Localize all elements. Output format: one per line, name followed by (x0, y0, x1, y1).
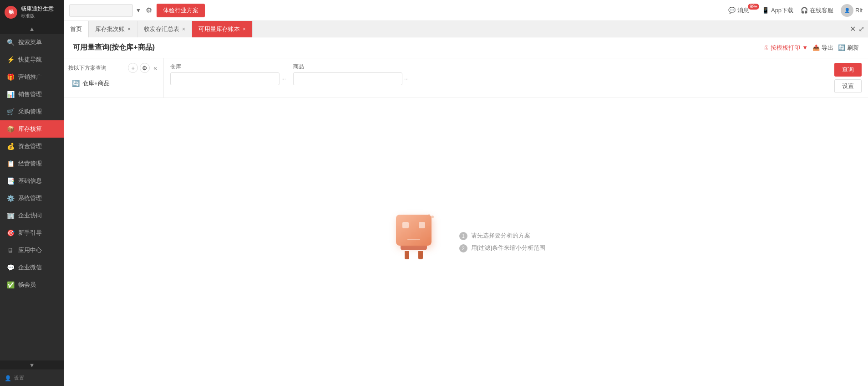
tab-available[interactable]: 可用量库存账本 × (192, 21, 253, 37)
sidebar-user-bottom[interactable]: 👤 设置 (0, 370, 64, 386)
user-initials: 👤 (844, 8, 850, 13)
purchase-icon: 🛒 (6, 108, 15, 115)
settings-button[interactable]: 设置 (834, 79, 862, 93)
scheme-label: 仓库+商品 (82, 79, 110, 87)
wechat-icon: 💬 (6, 264, 15, 271)
tab-available-close[interactable]: × (243, 26, 246, 32)
service-icon: 🎧 (801, 7, 808, 14)
refresh-icon: 🔄 (838, 44, 845, 51)
topbar: ▼ ⚙ 体验行业方案 💬 消息 99+ 📱 App下载 🎧 在线客服 👤 (64, 0, 868, 21)
user-name-bottom: 设置 (14, 375, 24, 381)
sidebar-item-finance[interactable]: 💰 资金管理 (0, 138, 64, 155)
inventory-icon: 📦 (6, 125, 15, 133)
filter-warehouse-input-wrap: ··· (170, 72, 286, 85)
tip-num-2: 2 (459, 244, 467, 252)
template-print-button[interactable]: 🖨 按模板打印 ▼ (763, 44, 808, 52)
query-area: 按以下方案查询 + ⚙ « 🔄 仓库+商品 仓库 ··· (64, 58, 868, 98)
app-download-button[interactable]: 📱 App下载 (762, 6, 793, 15)
sidebar-item-member[interactable]: ✅ 畅会员 (0, 276, 64, 293)
tab-batch-label: 库存批次账 (95, 25, 125, 33)
empty-tip-1: 1 请先选择要分析的方案 (459, 232, 545, 240)
query-filters: 仓库 ··· 商品 ··· 查询 设置 (164, 58, 868, 98)
empty-illustration (386, 215, 441, 269)
user-avatar-button[interactable]: 👤 Rit (841, 4, 863, 17)
sidebar-item-basic[interactable]: 📑 基础信息 (0, 172, 64, 190)
filter-goods: 商品 ··· (293, 63, 409, 85)
tip-text-2: 用[过滤]条件来缩小分析范围 (471, 244, 545, 252)
online-service-button[interactable]: 🎧 在线客服 (801, 6, 833, 15)
sidebar-item-corp[interactable]: 🏢 企业协同 (0, 207, 64, 224)
sidebar-item-inventory[interactable]: 📦 库存核算 (0, 120, 64, 138)
filter-goods-input[interactable] (293, 72, 402, 85)
filter-warehouse-more[interactable]: ··· (281, 76, 286, 82)
tab-batch[interactable]: 库存批次账 × (89, 21, 137, 37)
export-icon: 📤 (812, 44, 820, 51)
query-scheme-header: 按以下方案查询 + ⚙ « (68, 63, 159, 73)
sidebar-item-purchase[interactable]: 🛒 采购管理 (0, 103, 64, 120)
sales-icon: 📊 (6, 91, 15, 98)
sidebar-logo: 畅 (5, 6, 17, 19)
filter-warehouse: 仓库 ··· (170, 63, 286, 85)
printer-icon: 🖨 (763, 44, 769, 51)
sidebar-scroll-down[interactable]: ▼ (0, 360, 64, 370)
sidebar-item-search[interactable]: 🔍 搜索菜单 (0, 34, 64, 51)
trial-button[interactable]: 体验行业方案 (157, 4, 205, 17)
filter-warehouse-input[interactable] (170, 72, 279, 85)
tab-home[interactable]: 首页 (64, 21, 89, 37)
query-scheme-title: 按以下方案查询 (68, 64, 107, 72)
dropdown-arrow-icon: ▼ (802, 44, 808, 51)
sidebar-nav: 🔍 搜索菜单 ⚡ 快捷导航 🎁 营销推广 📊 销售管理 🛒 采购管理 📦 库存核… (0, 34, 64, 360)
service-label: 在线客服 (810, 6, 833, 15)
sidebar-item-wechat[interactable]: 💬 企业微信 (0, 259, 64, 276)
settings-scheme-button[interactable]: ⚙ (140, 63, 150, 73)
sidebar-item-sales[interactable]: 📊 销售管理 (0, 86, 64, 103)
basic-icon: 📑 (6, 177, 15, 185)
tab-close-all-button[interactable]: ✕ (850, 25, 856, 33)
page-title: 可用量查询(按仓库+商品) (73, 43, 155, 52)
content-area: 1 请先选择要分析的方案 2 用[过滤]条件来缩小分析范围 (64, 98, 868, 386)
query-button[interactable]: 查询 (834, 63, 862, 77)
corp-icon: 🏢 (6, 212, 15, 219)
sidebar-item-business[interactable]: 📋 经营管理 (0, 155, 64, 172)
sidebar-header: 畅 畅康通好生意 标准版 (0, 0, 64, 25)
app-label: App下载 (771, 6, 793, 15)
shortcut-icon: ⚡ (6, 56, 15, 63)
topbar-search-input[interactable] (69, 4, 133, 17)
main-area: ▼ ⚙ 体验行业方案 💬 消息 99+ 📱 App下载 🎧 在线客服 👤 (64, 0, 868, 386)
tip-text-1: 请先选择要分析的方案 (471, 232, 530, 240)
sidebar-item-shortcut[interactable]: ⚡ 快捷导航 (0, 51, 64, 68)
empty-tip-2: 2 用[过滤]条件来缩小分析范围 (459, 244, 545, 252)
filter-warehouse-label: 仓库 (170, 63, 286, 71)
sidebar-item-marketing[interactable]: 🎁 营销推广 (0, 68, 64, 86)
add-scheme-button[interactable]: + (128, 63, 138, 73)
scheme-warehouse-goods[interactable]: 🔄 仓库+商品 (68, 77, 159, 90)
sidebar-item-apps[interactable]: 🖥 应用中心 (0, 242, 64, 259)
app-icon: 📱 (762, 7, 769, 14)
topbar-dropdown-button[interactable]: ▼ (136, 7, 141, 14)
member-icon: ✅ (6, 281, 15, 288)
sidebar-item-guide[interactable]: 🎯 新手引导 (0, 224, 64, 242)
tab-summary[interactable]: 收发存汇总表 × (137, 21, 192, 37)
topbar-gear-button[interactable]: ⚙ (144, 4, 154, 16)
business-icon: 📋 (6, 160, 15, 167)
tab-batch-close[interactable]: × (127, 26, 131, 32)
refresh-button[interactable]: 🔄 刷新 (838, 44, 859, 52)
tabs-bar: 首页 库存批次账 × 收发存汇总表 × 可用量库存账本 × ✕ ⤢ (64, 21, 868, 37)
sidebar-subtitle: 标准版 (21, 13, 54, 19)
tab-expand-button[interactable]: ⤢ (858, 25, 864, 33)
message-label: 消息 (737, 6, 749, 15)
sidebar-item-system[interactable]: ⚙️ 系统管理 (0, 190, 64, 207)
tab-summary-close[interactable]: × (182, 26, 185, 32)
message-icon: 💬 (728, 7, 736, 14)
sidebar-scroll-up[interactable]: ▲ (0, 25, 64, 34)
sidebar-title: 畅康通好生意 (21, 5, 54, 13)
message-button[interactable]: 💬 消息 99+ (728, 6, 755, 15)
export-button[interactable]: 📤 导出 (812, 44, 833, 52)
query-scheme-actions: + ⚙ « (128, 63, 159, 73)
user-avatar: 👤 (841, 4, 853, 17)
collapse-button[interactable]: « (152, 63, 159, 73)
filter-goods-more[interactable]: ··· (404, 76, 409, 82)
filter-goods-input-wrap: ··· (293, 72, 409, 85)
query-scheme-panel: 按以下方案查询 + ⚙ « 🔄 仓库+商品 (64, 58, 164, 98)
sidebar: 畅 畅康通好生意 标准版 ▲ 🔍 搜索菜单 ⚡ 快捷导航 🎁 营销推广 📊 销售… (0, 0, 64, 386)
